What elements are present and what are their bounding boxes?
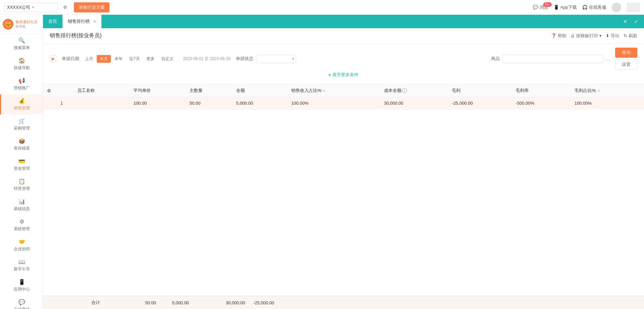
export-label: 导出: [611, 33, 619, 39]
footer-cost: 30,000.00: [222, 300, 249, 305]
filter-expand-icon[interactable]: ▶: [50, 55, 56, 62]
footer-quantity: 50.00: [141, 300, 168, 305]
expand-more-label: 展开更多条件: [332, 72, 358, 78]
company-dropdown-icon: ▾: [32, 5, 34, 9]
date-tab-year[interactable]: 本年: [112, 55, 126, 63]
sidebar-item-5[interactable]: 📦 库存核算: [0, 135, 43, 155]
sales-pct-sort-icon[interactable]: ⇅: [323, 89, 325, 93]
app-download-label: App下载: [560, 4, 577, 10]
message-item[interactable]: 💬 消息 99+: [533, 4, 548, 10]
settings-icon[interactable]: ⚙: [60, 3, 70, 12]
user-name[interactable]: [627, 3, 640, 12]
column-settings-icon[interactable]: ⚙: [47, 88, 51, 93]
tab-close-icon[interactable]: ✕: [93, 19, 96, 24]
sidebar-item-2[interactable]: 📢 营销推广: [0, 74, 43, 94]
logo-sub: 标准版: [15, 24, 38, 29]
th-amount: 全额: [232, 84, 287, 97]
th-cost: 成本全额 i: [380, 84, 448, 97]
sidebar-icon-7: 📋: [18, 178, 25, 185]
logo-text-group: 畅康通好生意 标准版: [15, 19, 38, 29]
top-header: XXXXX公司 ▾ ⚙ 体验行业方案 💬 消息 99+ 📱 App下载 🎧 在线…: [0, 0, 644, 15]
date-tabs: 上月 本月 本年 近7天 更多 自定义: [82, 55, 176, 63]
sidebar-item-12[interactable]: 📱 应用中心: [0, 275, 43, 296]
tab-bar-right: ✕ ⤢: [621, 17, 644, 25]
sidebar-items: 🔍 搜索菜单 🏠 快捷导航 📢 营销推广 💰 销售管理 🛒 采购管理 📦 库存核…: [0, 34, 43, 309]
cell-profit-rate-0: -500.00%: [512, 97, 570, 109]
online-service-item[interactable]: 🎧 在线客服: [582, 4, 606, 10]
avatar[interactable]: [612, 3, 621, 12]
date-label: 单据日期: [62, 56, 79, 62]
export-btn[interactable]: ⬇ 导出: [606, 33, 619, 39]
company-selector[interactable]: XXXXX公司 ▾: [4, 3, 58, 12]
sidebar-label-0: 搜索菜单: [14, 45, 30, 51]
sidebar-item-3[interactable]: 💰 销售管理: [0, 94, 43, 114]
status-filter: 单据状态: [236, 55, 296, 63]
trial-button[interactable]: 体验行业方案: [74, 2, 110, 12]
sidebar-icon-5: 📦: [18, 138, 25, 144]
date-tab-7days[interactable]: 近7天: [126, 55, 143, 63]
profit-pct-sort-icon[interactable]: ⇅: [597, 89, 600, 93]
th-profit-pct-label: 毛利占比% ⇅: [574, 88, 600, 94]
app-download-item[interactable]: 📱 App下载: [554, 4, 577, 10]
headset-icon: 🎧: [582, 5, 588, 10]
th-profit: 毛利: [448, 84, 512, 97]
th-quantity: 主数量: [185, 84, 232, 97]
sidebar-logo: 🐱 畅康通好生意 标准版: [0, 15, 43, 34]
date-tab-current-month[interactable]: 本月: [97, 55, 111, 63]
sidebar-item-1[interactable]: 🏠 快捷导航: [0, 54, 43, 74]
tab-close-all-btn[interactable]: ✕: [621, 17, 629, 25]
refresh-btn[interactable]: ↻ 刷新: [624, 33, 637, 39]
tab-restore-btn[interactable]: ⤢: [632, 17, 640, 25]
sidebar-item-10[interactable]: 🤝 企业协同: [0, 235, 43, 255]
sidebar-item-9[interactable]: ⚙ 系统管理: [0, 215, 43, 235]
filter-row-1: ▶ 单据日期 上月 本月 本年 近7天 更多 自定义: [50, 48, 637, 70]
date-tab-custom[interactable]: 自定义: [158, 55, 176, 63]
sidebar-item-7[interactable]: 📋 经营管理: [0, 175, 43, 195]
tab-home[interactable]: 首页: [43, 15, 62, 28]
cell-amount-0: 5,000.00: [232, 97, 287, 109]
sidebar-item-13[interactable]: 💬 企业微信: [0, 296, 43, 309]
status-label: 单据状态: [236, 56, 253, 62]
goods-input[interactable]: [503, 55, 603, 63]
expand-more-icon: ▾: [329, 72, 331, 78]
sidebar-item-6[interactable]: 💳 资金管理: [0, 155, 43, 175]
th-sales-pct-label: 销售收入占比% ⇅: [291, 88, 326, 94]
cost-info-icon[interactable]: i: [402, 88, 407, 93]
status-select[interactable]: [256, 55, 296, 63]
sidebar-item-8[interactable]: 📊 基础信息: [0, 195, 43, 215]
sidebar-label-10: 企业协同: [14, 246, 30, 252]
query-button[interactable]: 查询: [615, 48, 637, 58]
header-right: 💬 消息 99+ 📱 App下载 🎧 在线客服: [533, 3, 640, 12]
sidebar-item-4[interactable]: 🛒 采购管理: [0, 114, 43, 135]
print-icon: 🖨: [570, 33, 575, 38]
print-btn[interactable]: 🖨 按模板打印 ▾: [570, 33, 602, 39]
print-label: 按模板打印: [576, 33, 598, 39]
expand-more-btn[interactable]: ▾ 展开更多条件: [329, 72, 358, 78]
date-tab-more[interactable]: 更多: [143, 55, 158, 63]
sidebar-label-13: 企业微信: [14, 307, 30, 309]
message-badge: 99+: [543, 2, 552, 7]
settings-button[interactable]: 设置: [615, 59, 637, 70]
th-name: 员工名称: [73, 84, 129, 97]
sidebar-icon-1: 🏠: [18, 57, 25, 64]
cell-sales-pct-0: 100.00%: [287, 97, 380, 109]
cell-cost-0: 30,000.00: [380, 97, 448, 109]
sidebar-item-0[interactable]: 🔍 搜索菜单: [0, 34, 43, 54]
help-btn[interactable]: ❓ 帮助: [551, 33, 566, 39]
tab-sales-rank[interactable]: 销售排行榜 ✕: [62, 15, 101, 28]
date-tab-prev-month[interactable]: 上月: [82, 55, 96, 63]
goods-more-icon[interactable]: ...: [606, 56, 610, 61]
cell-profit-0: -25,000.00: [448, 97, 512, 109]
footer-profit: -25,000.00: [249, 300, 278, 305]
sidebar-item-11[interactable]: 📖 新手引导: [0, 255, 43, 275]
th-avg-price: 平均单价: [129, 84, 185, 97]
data-table: ⚙ 员工名称 平均单价 主数量 全额 销售收入占比% ⇅: [43, 84, 644, 109]
sidebar-label-7: 经营管理: [14, 186, 30, 192]
table-header-row: ⚙ 员工名称 平均单价 主数量 全额 销售收入占比% ⇅: [43, 84, 644, 97]
footer-total-label: 合计: [87, 300, 114, 306]
date-filter: 单据日期 上月 本月 本年 近7天 更多 自定义: [62, 55, 176, 63]
sidebar-icon-9: ⚙: [19, 218, 24, 225]
tab-sales-rank-label: 销售排行榜: [68, 18, 90, 24]
table-footer: 合计 50.00 5,000.00 30,000.00 -25,000.00: [43, 296, 644, 309]
company-name: XXXXX公司: [7, 4, 30, 10]
